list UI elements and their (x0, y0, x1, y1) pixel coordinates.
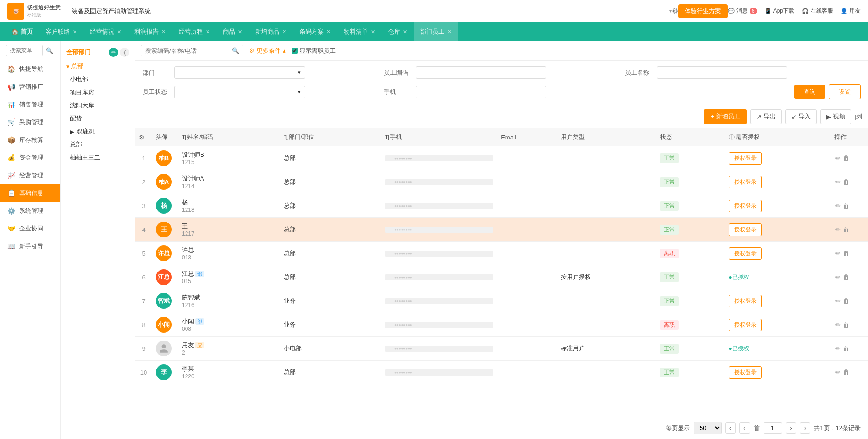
edit-icon[interactable]: ✏ (835, 250, 841, 257)
tab-home[interactable]: 🏠 首页 (5, 22, 39, 41)
reset-button[interactable]: 设置 (829, 84, 861, 99)
sidebar-item-finance[interactable]: 💰 资金管理 (0, 149, 60, 167)
tab-employees[interactable]: 部门员工 ✕ (414, 22, 458, 41)
sidebar-item-marketing[interactable]: 📢 营销推广 (0, 78, 60, 96)
last-page-button[interactable]: › (800, 422, 810, 434)
sidebar-item-quicknav[interactable]: 🏠 快捷导航 (0, 60, 60, 78)
tab-close-profit-icon[interactable]: ✕ (161, 29, 166, 35)
dept-node-shenyang[interactable]: 沈阳大库 (61, 99, 135, 112)
delete-icon[interactable]: 🗑 (843, 226, 849, 233)
auth-login-button[interactable]: 授权登录 (729, 176, 762, 188)
online-service-button[interactable]: 🎧 在线客服 (802, 7, 833, 15)
col-settings-button[interactable]: | 列 (855, 112, 862, 121)
auth-login-button[interactable]: 授权登录 (729, 247, 762, 260)
tab-close-goods-icon[interactable]: ✕ (238, 29, 242, 35)
tab-customer[interactable]: 客户联络 ✕ (39, 22, 83, 41)
dept-node-shuanglu[interactable]: ▶ 双鹿想 (61, 125, 135, 138)
per-page-select[interactable]: 50 100 200 (694, 422, 722, 434)
add-employee-button[interactable]: + 新增员工 (704, 109, 746, 124)
tab-barcode[interactable]: 条码方案 ✕ (293, 22, 337, 41)
view-button[interactable]: ▶ 视频 (820, 109, 851, 124)
sidebar-item-guide[interactable]: 📖 新手引导 (0, 237, 60, 255)
sidebar-item-basic[interactable]: 📋 基础信息 (0, 184, 60, 202)
tab-bom[interactable]: 物料清单 ✕ (337, 22, 382, 41)
filter-phone-input[interactable] (416, 86, 546, 98)
edit-icon[interactable]: ✏ (835, 226, 841, 233)
delete-icon[interactable]: 🗑 (843, 202, 849, 209)
dept-node-youyou[interactable]: 柚柚王三二 (61, 151, 135, 164)
sidebar-item-operations[interactable]: 📈 经营管理 (0, 167, 60, 184)
trial-button[interactable]: 体验行业方案 (678, 4, 728, 18)
sidebar-item-inventory[interactable]: 📦 库存核算 (0, 131, 60, 149)
auth-login-button[interactable]: 授权登录 (729, 366, 762, 379)
edit-icon[interactable]: ✏ (835, 202, 841, 209)
tab-close-warehouse-icon[interactable]: ✕ (403, 29, 407, 35)
user-button[interactable]: 👤 用友 (840, 7, 861, 15)
settings-icon[interactable]: ⚙ (139, 134, 145, 141)
page-input[interactable] (764, 422, 782, 434)
tab-close-history-icon[interactable]: ✕ (206, 29, 210, 35)
sidebar-item-purchase[interactable]: 🛒 采购管理 (0, 113, 60, 131)
sort-dept-icon[interactable]: ⇅ (284, 134, 289, 141)
sidebar-item-collab[interactable]: 🤝 企业协同 (0, 220, 60, 237)
next-page-button[interactable]: › (786, 422, 796, 434)
edit-icon[interactable]: ✏ (835, 154, 841, 162)
tab-operations[interactable]: 经营情况 ✕ (83, 22, 128, 41)
dept-node-peihuo[interactable]: 配货 (61, 112, 135, 125)
delete-icon[interactable]: 🗑 (843, 154, 849, 162)
search-input[interactable] (145, 47, 229, 54)
tab-warehouse[interactable]: 仓库 ✕ (382, 22, 414, 41)
dept-node-xiangmuku[interactable]: 项目库房 (61, 86, 135, 99)
sort-name-icon[interactable]: ⇅ (182, 134, 187, 141)
tab-close-barcode-icon[interactable]: ✕ (326, 29, 331, 35)
more-conditions-button[interactable]: ⚙ 更多条件 ▴ (249, 47, 286, 55)
tab-add-goods[interactable]: 新增商品 ✕ (249, 22, 293, 41)
delete-icon[interactable]: 🗑 (843, 273, 849, 281)
edit-icon[interactable]: ✏ (835, 273, 841, 281)
auth-login-button[interactable]: 授权登录 (729, 152, 762, 165)
query-button[interactable]: 查询 (794, 85, 825, 99)
filter-dept-select[interactable]: ▾ (174, 66, 305, 79)
auth-login-button[interactable]: 授权登录 (729, 223, 762, 236)
tab-close-operations-icon[interactable]: ✕ (117, 29, 121, 35)
delete-icon[interactable]: 🗑 (843, 345, 849, 352)
edit-icon[interactable]: ✏ (835, 321, 841, 328)
edit-icon[interactable]: ✏ (835, 178, 841, 186)
filter-empname-input[interactable] (657, 66, 787, 79)
auth-login-button[interactable]: 授权登录 (729, 295, 762, 307)
tab-close-bom-icon[interactable]: ✕ (371, 29, 375, 35)
filter-empcode-input[interactable] (416, 66, 546, 79)
import-button[interactable]: ↙ 导入 (785, 109, 817, 124)
edit-icon[interactable]: ✏ (835, 345, 841, 352)
sort-phone-icon[interactable]: ⇅ (385, 134, 390, 141)
sidebar-search-input[interactable] (6, 45, 43, 56)
tab-close-add-goods-icon[interactable]: ✕ (282, 29, 286, 35)
dept-node-xiaodibu[interactable]: 小电部 (61, 73, 135, 86)
show-resigned-checkbox[interactable] (292, 48, 298, 54)
dept-collapse-icon[interactable]: ❮ (120, 48, 129, 57)
dept-edit-icon[interactable]: ✏ (109, 48, 118, 57)
dept-node-zongbu2[interactable]: 总部 (61, 138, 135, 151)
delete-icon[interactable]: 🗑 (843, 178, 849, 186)
message-button[interactable]: 💬 消息 6 (728, 7, 757, 15)
tab-profit[interactable]: 利润报告 ✕ (128, 22, 172, 41)
auth-login-button[interactable]: 授权登录 (729, 200, 762, 212)
dept-node-zongbu-root[interactable]: ▾ 总部 (61, 60, 135, 73)
prev-page-button[interactable]: ‹ (739, 422, 750, 434)
filter-empstatus-select[interactable]: ▾ (174, 86, 305, 98)
auth-login-button[interactable]: 授权登录 (729, 319, 762, 331)
app-download-button[interactable]: 📱 App下载 (764, 7, 794, 15)
export-button[interactable]: ↗ 导出 (750, 109, 782, 124)
first-page-button[interactable]: ‹ (725, 422, 736, 434)
sidebar-item-sales[interactable]: 📊 销售管理 (0, 96, 60, 113)
tab-goods[interactable]: 商品 ✕ (216, 22, 249, 41)
delete-icon[interactable]: 🗑 (843, 369, 849, 376)
delete-icon[interactable]: 🗑 (843, 297, 849, 305)
tab-history[interactable]: 经营历程 ✕ (172, 22, 216, 41)
tab-close-employees-icon[interactable]: ✕ (447, 29, 451, 35)
delete-icon[interactable]: 🗑 (843, 250, 849, 257)
gear-icon[interactable]: ⚙ (672, 7, 678, 15)
edit-icon[interactable]: ✏ (835, 369, 841, 376)
delete-icon[interactable]: 🗑 (843, 321, 849, 328)
edit-icon[interactable]: ✏ (835, 297, 841, 305)
